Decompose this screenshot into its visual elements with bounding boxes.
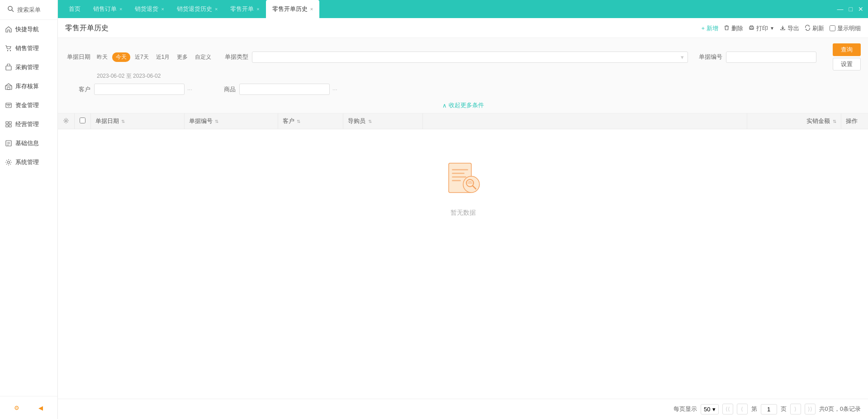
sidebar-search-label: 搜索采单: [17, 6, 41, 14]
restore-btn[interactable]: □: [849, 5, 853, 13]
svg-point-8: [8, 104, 9, 106]
sidebar-label-base-info: 基础信息: [15, 139, 39, 147]
empty-illustration: [441, 156, 486, 202]
tab-sales-return-history-close[interactable]: ×: [215, 6, 218, 12]
export-button[interactable]: 导出: [780, 24, 799, 33]
sidebar-item-sys-mgmt[interactable]: 系统管理: [0, 153, 57, 172]
select-all-checkbox[interactable]: [80, 118, 85, 123]
refresh-button[interactable]: 刷新: [805, 24, 824, 33]
tab-retail-open-history[interactable]: 零售开单历史 ×: [266, 0, 319, 18]
goods-dots-btn[interactable]: ···: [332, 86, 337, 93]
page-input[interactable]: 1: [761, 404, 777, 414]
sidebar-item-purchase-mgmt[interactable]: 采购管理: [0, 58, 57, 77]
per-page-label: 每页显示: [674, 405, 697, 413]
tab-retail-open[interactable]: 零售开单 ×: [224, 0, 266, 18]
filter-goods: 商品 ···: [210, 84, 337, 95]
show-detail-checkbox[interactable]: [830, 25, 835, 31]
sidebar-item-ops-mgmt[interactable]: 经营管理: [0, 115, 57, 134]
sidebar-label-finance-mgmt: 资金管理: [15, 101, 39, 109]
add-button[interactable]: + 新增: [702, 24, 719, 33]
goods-input[interactable]: [239, 84, 330, 95]
svg-rect-26: [452, 180, 461, 181]
today-btn[interactable]: 今天: [112, 52, 130, 62]
th-number[interactable]: 单据编号 ⇅: [184, 113, 278, 129]
tab-sales-return-history-label: 销货退货历史: [177, 5, 212, 13]
customer-dots-btn[interactable]: ···: [187, 86, 192, 93]
per-page-arrow: ▾: [712, 406, 716, 413]
empty-text: 暂无数据: [451, 209, 476, 217]
custom-btn[interactable]: 自定义: [192, 52, 214, 62]
sidebar-item-quick-nav[interactable]: 快捷导航: [0, 20, 57, 39]
tab-retail-open-history-close[interactable]: ×: [310, 6, 313, 12]
sidebar: 搜索采单 快捷导航 销售管理 采购管理: [0, 0, 58, 419]
1month-btn[interactable]: 近1月: [153, 52, 173, 62]
svg-rect-12: [6, 125, 8, 127]
sidebar-search[interactable]: 搜索采单: [0, 0, 57, 20]
page-title: 零售开单历史: [65, 24, 109, 33]
empty-state: 暂无数据: [58, 129, 868, 244]
sidebar-collapse-btn[interactable]: ◀: [34, 401, 47, 414]
setting-button[interactable]: 设置: [833, 58, 861, 71]
th-action: 操作: [841, 113, 868, 129]
date-label: 单据日期: [65, 53, 90, 61]
pagination: 每页显示 50 ▾ ⟨⟨ ⟨ 第 1 页 ⟩ ⟩⟩ 共0页，0条记录: [58, 399, 868, 419]
last-page-btn[interactable]: ⟩⟩: [805, 404, 816, 414]
customer-input[interactable]: [94, 84, 185, 95]
tab-sales-return[interactable]: 销货退货 ×: [128, 0, 170, 18]
per-page-select[interactable]: 50 ▾: [701, 404, 718, 414]
trash-icon: [724, 25, 730, 32]
svg-rect-11: [9, 122, 11, 124]
print-button[interactable]: 打印 ▼: [749, 24, 774, 33]
next-page-btn[interactable]: ⟩: [790, 404, 801, 414]
th-checkbox[interactable]: [74, 113, 90, 129]
sidebar-item-finance-mgmt[interactable]: 资金管理: [0, 96, 57, 115]
sidebar-item-sales-mgmt[interactable]: 销售管理: [0, 39, 57, 58]
query-button[interactable]: 查询: [833, 43, 861, 56]
tab-home[interactable]: 首页: [62, 0, 87, 18]
sidebar-item-base-info[interactable]: 基础信息: [0, 134, 57, 153]
tab-bar-controls: — □ ✕: [837, 5, 863, 13]
sidebar-settings-btn[interactable]: ⚙: [10, 401, 24, 414]
number-input[interactable]: [726, 52, 816, 63]
svg-point-3: [10, 50, 11, 51]
tab-bar: 首页 销售订单 × 销货退货 × 销货退货历史 × 零售开单 × 零售开单历史 …: [58, 0, 868, 18]
th-number-label: 单据编号: [189, 118, 213, 124]
yesterday-btn[interactable]: 昨天: [94, 52, 110, 62]
warehouse-icon: [5, 82, 13, 90]
add-icon: +: [702, 25, 705, 32]
table-container: 单据日期 ⇅ 单据编号 ⇅ 客户 ⇅ 导购员 ⇅: [58, 113, 868, 399]
goods-label: 商品: [210, 85, 236, 94]
data-table: 单据日期 ⇅ 单据编号 ⇅ 客户 ⇅ 导购员 ⇅: [58, 113, 868, 129]
sidebar-item-stock-calc[interactable]: 库存核算: [0, 77, 57, 96]
th-settings[interactable]: [58, 113, 74, 129]
th-amount[interactable]: 实销金额 ⇅: [747, 113, 841, 129]
first-page-btn[interactable]: ⟨⟨: [722, 404, 733, 414]
tab-sales-return-close[interactable]: ×: [161, 6, 164, 12]
more-btn[interactable]: 更多: [174, 52, 190, 62]
delete-button[interactable]: 删除: [724, 24, 743, 33]
minimize-btn[interactable]: —: [837, 5, 844, 13]
th-date[interactable]: 单据日期 ⇅: [90, 113, 184, 129]
close-window-btn[interactable]: ✕: [858, 5, 863, 13]
show-detail-toggle[interactable]: 显示明细: [830, 24, 861, 33]
box-icon: [5, 63, 13, 71]
toolbar: + 新增 删除: [702, 24, 861, 33]
tab-sales-return-history[interactable]: 销货退货历史 ×: [171, 0, 224, 18]
svg-rect-20: [750, 28, 753, 29]
tab-sales-order[interactable]: 销售订单 ×: [87, 0, 128, 18]
th-customer[interactable]: 客户 ⇅: [278, 113, 343, 129]
th-date-label: 单据日期: [95, 118, 119, 124]
th-amount-sort-icon: ⇅: [833, 119, 836, 124]
7days-btn[interactable]: 近7天: [132, 52, 152, 62]
prev-page-btn[interactable]: ⟨: [737, 404, 748, 414]
type-select[interactable]: ▾: [252, 52, 688, 63]
tab-sales-order-close[interactable]: ×: [119, 6, 122, 12]
svg-point-18: [8, 161, 10, 164]
tab-retail-open-close[interactable]: ×: [256, 6, 259, 12]
collapse-button[interactable]: ∧ 收起更多条件: [65, 99, 861, 113]
th-guide[interactable]: 导购员 ⇅: [343, 113, 423, 129]
number-label: 单据编号: [697, 53, 722, 61]
svg-rect-24: [452, 173, 465, 174]
table-header-row: 单据日期 ⇅ 单据编号 ⇅ 客户 ⇅ 导购员 ⇅: [58, 113, 868, 129]
filter-date: 单据日期 昨天 今天 近7天 近1月 更多 自定义: [65, 52, 214, 62]
